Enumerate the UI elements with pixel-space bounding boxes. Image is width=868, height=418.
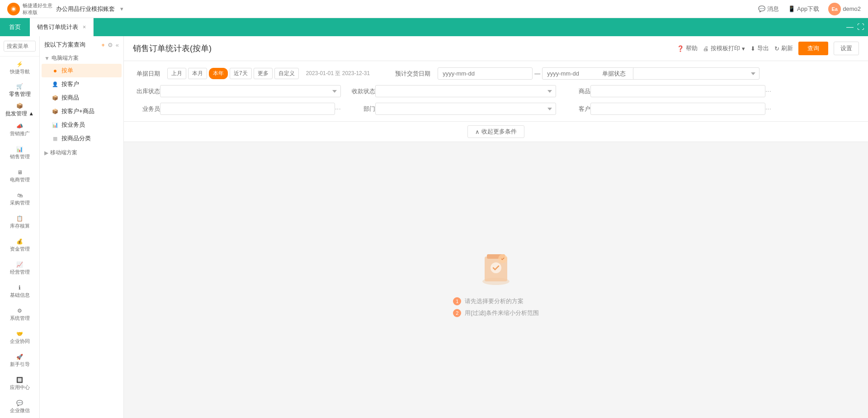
sidebar-item-finance[interactable]: 💰 资金管理 bbox=[0, 234, 39, 257]
top-bar-right: 💬 消息 📱 App下载 Ea demo2 bbox=[758, 3, 861, 15]
product-input[interactable] bbox=[590, 85, 765, 97]
page-title: 销售订单统计表(按单) bbox=[133, 43, 212, 54]
customer-label: 客户 bbox=[563, 105, 590, 113]
query-button[interactable]: 查询 bbox=[798, 42, 828, 55]
filter-row-3: 业务员 ··· 部门 客户 ··· bbox=[133, 103, 859, 115]
sidebar-item-retail[interactable]: 🛒 零售管理 bbox=[0, 80, 39, 99]
custom-date-button[interactable]: 自定义 bbox=[274, 68, 299, 79]
message-icon: 💬 bbox=[758, 5, 765, 12]
add-scheme-button[interactable]: + bbox=[101, 42, 105, 48]
sidebar-item-newbie[interactable]: 🚀 新手引导 bbox=[0, 349, 39, 372]
dept-select[interactable] bbox=[375, 103, 556, 115]
sidebar-item-purchase[interactable]: 🛍 采购管理 bbox=[0, 188, 39, 211]
receive-status-select[interactable] bbox=[375, 85, 556, 97]
ship-status-select[interactable] bbox=[160, 85, 341, 97]
scheme-item-by-customer-product[interactable]: 📦 按客户+商品 bbox=[42, 104, 122, 118]
last-month-button[interactable]: 上月 bbox=[167, 68, 186, 79]
sidebar-item-quick-nav[interactable]: ⚡ 快捷导航 bbox=[0, 57, 39, 80]
customer-input[interactable] bbox=[590, 103, 765, 115]
tab-bar-actions: — ⛶ bbox=[846, 23, 868, 31]
by-product-icon: 📦 bbox=[52, 94, 59, 101]
basic-info-icon: ℹ bbox=[19, 285, 21, 291]
expected-date-from-input[interactable] bbox=[438, 67, 533, 80]
quick-nav-icon: ⚡ bbox=[16, 61, 23, 67]
by-customer-product-icon: 📦 bbox=[52, 108, 59, 115]
logo-icon bbox=[7, 3, 20, 15]
product-filter: 商品 ··· bbox=[563, 85, 771, 97]
chevron-right-icon: ▶ bbox=[44, 150, 48, 156]
collapse-filters-button[interactable]: ∧ 收起更多条件 bbox=[467, 125, 524, 138]
tab-home[interactable]: 首页 bbox=[0, 18, 30, 36]
sidebar-item-inventory[interactable]: 📋 库存核算 bbox=[0, 211, 39, 234]
mobile-scheme-group-label[interactable]: ▶ 移动端方案 bbox=[42, 147, 122, 158]
logo-text: 畅捷通好生意 标准版 bbox=[23, 2, 52, 15]
salesperson-filter: 业务员 ··· bbox=[133, 103, 341, 115]
salesperson-label: 业务员 bbox=[133, 105, 160, 113]
minimize-window-button[interactable]: — bbox=[846, 23, 854, 31]
sidebar-item-wechat[interactable]: 💬 企业微信 bbox=[0, 395, 39, 418]
salesperson-ellipsis[interactable]: ··· bbox=[335, 105, 341, 113]
top-bar-dropdown-icon[interactable]: ▾ bbox=[120, 5, 123, 12]
this-year-button[interactable]: 本年 bbox=[209, 68, 228, 79]
sidebar: ⚡ 快捷导航 🛒 零售管理 📦 批发管理 ▲ 📣 营销推广 📊 销售管理 🖥 电… bbox=[0, 36, 40, 418]
tab-sales-order-stats[interactable]: 销售订单统计表 × bbox=[30, 18, 94, 36]
sidebar-item-ecommerce[interactable]: 🖥 电商管理 bbox=[0, 165, 39, 188]
scheme-item-by-customer[interactable]: 👤 按客户 bbox=[42, 77, 122, 91]
ecommerce-icon: 🖥 bbox=[17, 169, 23, 176]
collapse-panel-button[interactable]: « bbox=[116, 42, 119, 48]
scheme-item-by-product[interactable]: 📦 按商品 bbox=[42, 91, 122, 104]
ship-status-filter: 出库状态 bbox=[133, 85, 341, 97]
desktop-scheme-group-label[interactable]: ▼ 电脑端方案 bbox=[42, 52, 122, 64]
product-ellipsis[interactable]: ··· bbox=[765, 87, 771, 95]
sidebar-item-apps[interactable]: 🔲 应用中心 bbox=[0, 372, 39, 395]
export-icon: ⬇ bbox=[750, 45, 755, 52]
user-area[interactable]: Ea demo2 bbox=[828, 3, 861, 15]
more-date-button[interactable]: 更多 bbox=[254, 68, 273, 79]
sidebar-item-enterprise[interactable]: 🤝 企业协同 bbox=[0, 326, 39, 349]
scheme-item-by-order[interactable]: ● 按单 bbox=[42, 64, 122, 77]
app-icon: 📱 bbox=[788, 5, 795, 12]
last-7-days-button[interactable]: 近7天 bbox=[230, 68, 252, 79]
customer-ellipsis[interactable]: ··· bbox=[765, 105, 771, 113]
top-bar-title: 办公用品行业模拟账套 bbox=[56, 5, 115, 13]
salesperson-input[interactable] bbox=[160, 103, 335, 115]
by-category-icon: ▦ bbox=[52, 135, 59, 142]
tab-bar: 首页 销售订单统计表 × — ⛶ bbox=[0, 18, 868, 36]
newbie-icon: 🚀 bbox=[16, 354, 23, 360]
scheme-settings-icon[interactable]: ⚙ bbox=[108, 42, 113, 48]
export-button[interactable]: ⬇ 导出 bbox=[750, 44, 769, 52]
tab-close-button[interactable]: × bbox=[83, 24, 86, 30]
message-button[interactable]: 💬 消息 bbox=[758, 5, 779, 13]
search-input[interactable] bbox=[4, 41, 36, 52]
refresh-button[interactable]: ↻ 刷新 bbox=[774, 44, 793, 52]
mobile-scheme-group: ▶ 移动端方案 bbox=[42, 147, 122, 158]
inventory-icon: 📋 bbox=[16, 215, 23, 222]
maximize-window-button[interactable]: ⛶ bbox=[857, 23, 864, 31]
svg-point-4 bbox=[491, 262, 501, 273]
scheme-item-by-category[interactable]: ▦ 按商品分类 bbox=[42, 132, 122, 145]
sidebar-item-system[interactable]: ⚙ 系统管理 bbox=[0, 303, 39, 326]
date-separator: — bbox=[534, 70, 540, 77]
status-select[interactable] bbox=[633, 67, 760, 80]
receive-status-filter: 收款状态 bbox=[348, 85, 556, 97]
print-icon: 🖨 bbox=[703, 45, 709, 52]
settings-button[interactable]: 设置 bbox=[834, 42, 859, 55]
sidebar-item-marketing[interactable]: 📣 营销推广 bbox=[0, 119, 39, 142]
sidebar-item-operations[interactable]: 📈 经营管理 bbox=[0, 257, 39, 280]
this-month-button[interactable]: 本月 bbox=[188, 68, 207, 79]
empty-hints: 1 请先选择要分析的方案 2 用[过滤]条件来缩小分析范围 bbox=[453, 297, 538, 317]
page-title-row: 销售订单统计表(按单) ❓ 帮助 🖨 按模板打印 ▾ ⬇ 导出 bbox=[133, 42, 859, 55]
print-dropdown-icon[interactable]: ▾ bbox=[742, 45, 745, 52]
empty-illustration bbox=[473, 243, 519, 288]
print-button[interactable]: 🖨 按模板打印 ▾ bbox=[703, 44, 745, 52]
scheme-item-by-salesperson[interactable]: 📊 按业务员 bbox=[42, 118, 122, 132]
app-download-button[interactable]: 📱 App下载 bbox=[788, 5, 819, 13]
sidebar-item-basic-info[interactable]: ℹ 基础信息 bbox=[0, 280, 39, 303]
enterprise-icon: 🤝 bbox=[16, 331, 23, 337]
help-button[interactable]: ❓ 帮助 bbox=[677, 44, 698, 52]
by-order-icon: ● bbox=[52, 67, 59, 74]
scheme-tree: ▼ 电脑端方案 ● 按单 👤 按客户 📦 按商品 📦 按客户+商品 bbox=[40, 52, 123, 158]
sidebar-item-sales[interactable]: 📊 销售管理 bbox=[0, 142, 39, 165]
empty-state: 1 请先选择要分析的方案 2 用[过滤]条件来缩小分析范围 bbox=[124, 142, 868, 418]
sidebar-item-wholesale[interactable]: 📦 批发管理 ▲ bbox=[0, 99, 39, 119]
